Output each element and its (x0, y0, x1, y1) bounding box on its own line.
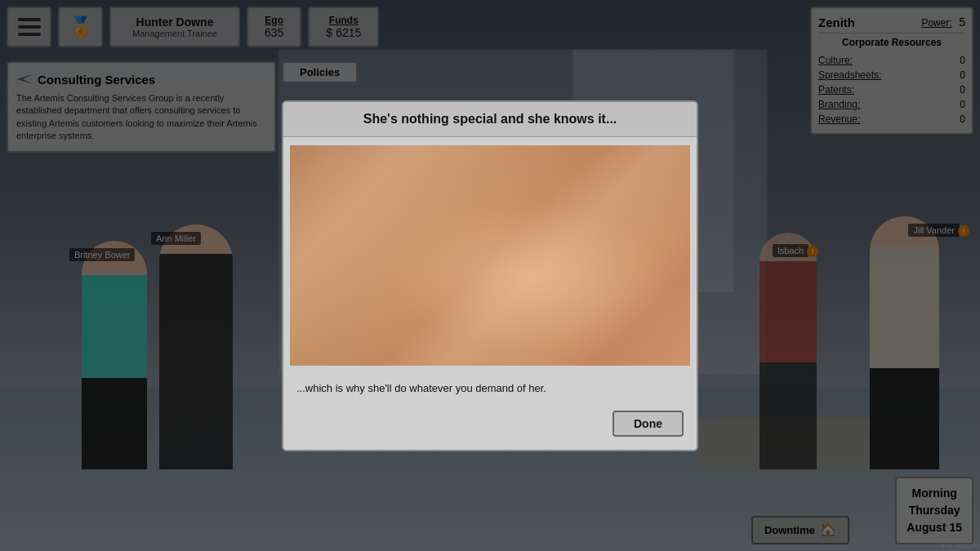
modal-caption: ...which is why she'll do whatever you d… (283, 374, 697, 402)
modal-header: She's nothing special and she knows it..… (283, 102, 697, 137)
modal-caption-text: ...which is why she'll do whatever you d… (296, 382, 546, 394)
done-button[interactable]: Done (612, 411, 684, 437)
modal-footer: Done (283, 402, 697, 450)
modal-overlay: She's nothing special and she knows it..… (0, 0, 980, 551)
modal-title: She's nothing special and she knows it..… (363, 112, 617, 126)
modal-image (290, 145, 690, 366)
modal-dialog: She's nothing special and she knows it..… (282, 100, 698, 451)
modal-image-content (290, 145, 690, 366)
done-label: Done (634, 417, 662, 430)
